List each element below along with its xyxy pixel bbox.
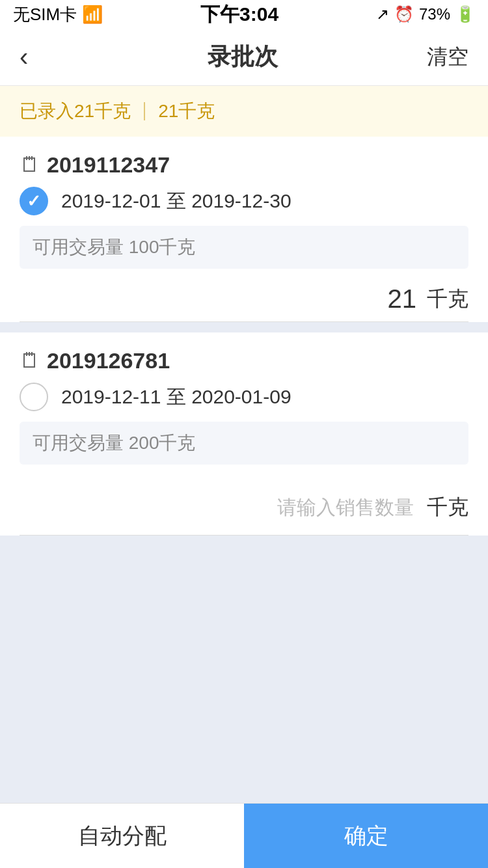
amount-row-1: 21 千克 [0, 284, 488, 314]
batch-date-row-1: 2019-12-01 至 2019-12-30 [20, 187, 468, 215]
battery-icon: 🔋 [455, 5, 475, 23]
wifi-icon: 📶 [82, 5, 103, 25]
avail-row-2: 可用交易量 200千克 [20, 422, 468, 465]
footer: 自动分配 确定 [0, 803, 488, 868]
batch-checkbox-2[interactable] [20, 383, 48, 411]
batch-item-1: 🗒 2019112347 2019-12-01 至 2019-12-30 可用交… [0, 137, 488, 322]
status-time: 下午3:04 [200, 1, 278, 28]
auto-distribute-button[interactable]: 自动分配 [0, 804, 244, 868]
info-bar: 已录入21千克 21千克 [0, 86, 488, 137]
input-unit-2: 千克 [427, 493, 468, 522]
batch-id-row-1: 🗒 2019112347 [20, 152, 468, 178]
batch-date-1: 2019-12-01 至 2019-12-30 [61, 188, 291, 215]
batch-checkbox-1[interactable] [20, 187, 48, 215]
page-title: 录批次 [208, 41, 278, 73]
avail-text-2: 可用交易量 200千克 [33, 433, 196, 453]
batch-date-row-2: 2019-12-11 至 2020-01-09 [20, 383, 468, 411]
location-icon: ↗ [376, 5, 389, 23]
batch-doc-icon-2: 🗒 [20, 349, 40, 373]
batch-id-row-2: 🗒 2019126781 [20, 348, 468, 373]
batch-id-1: 2019112347 [47, 152, 170, 178]
input-row-2: 请输入销售数量 千克 [20, 480, 468, 536]
input-area-2: 请输入销售数量 千克 [0, 480, 488, 536]
avail-row-1: 可用交易量 100千克 [20, 226, 468, 269]
avail-text-1: 可用交易量 100千克 [33, 237, 196, 257]
section-separator-1 [0, 322, 488, 332]
underline-1 [20, 314, 468, 322]
batch-date-2: 2019-12-11 至 2020-01-09 [61, 384, 291, 411]
section-separator-2 [0, 536, 488, 835]
nav-bar: ‹ 录批次 清空 [0, 29, 488, 86]
alarm-icon: ⏰ [394, 5, 414, 23]
batch-doc-icon-1: 🗒 [20, 153, 40, 177]
input-placeholder-2: 请输入销售数量 [20, 495, 414, 521]
batch-id-2: 2019126781 [47, 348, 170, 373]
carrier-text: 无SIM卡 [13, 3, 77, 26]
batch-item-2: 🗒 2019126781 2019-12-11 至 2020-01-09 可用交… [0, 332, 488, 536]
confirm-button[interactable]: 确定 [244, 804, 488, 868]
clear-button[interactable]: 清空 [427, 43, 468, 72]
status-bar: 无SIM卡 📶 下午3:04 ↗ ⏰ 73% 🔋 [0, 0, 488, 29]
status-left: 无SIM卡 📶 [13, 3, 103, 26]
recorded-amount: 已录入21千克 [20, 99, 131, 124]
amount-value-1: 21 [388, 284, 417, 314]
amount-unit-1: 千克 [427, 285, 468, 314]
back-button[interactable]: ‹ [20, 42, 59, 72]
total-amount: 21千克 [158, 99, 215, 124]
info-divider [144, 102, 145, 120]
battery-text: 73% [419, 5, 450, 23]
status-right: ↗ ⏰ 73% 🔋 [376, 5, 475, 23]
